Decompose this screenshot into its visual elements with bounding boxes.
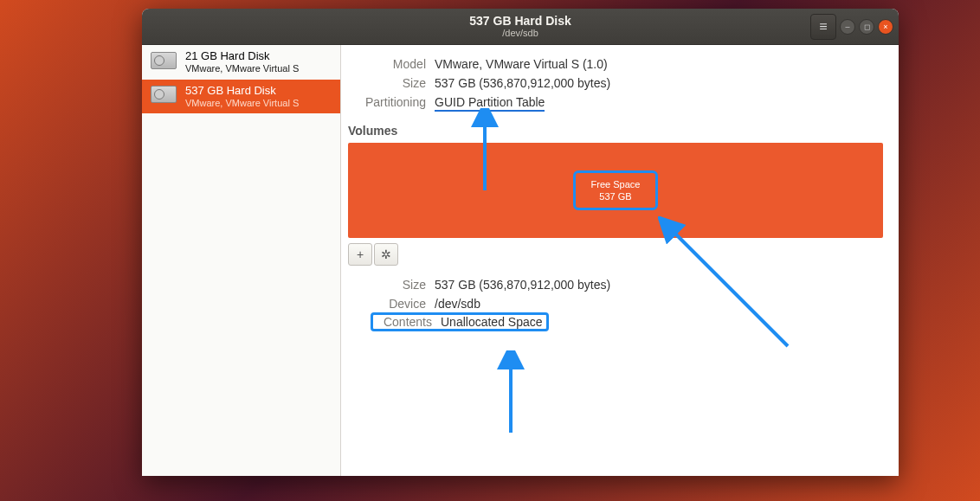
maximize-icon: ◻ (864, 22, 870, 31)
detail-contents-label: Contents (377, 315, 432, 329)
disk-text: 21 GB Hard Disk VMware, VMware Virtual S (185, 50, 299, 74)
sidebar-item-disk-0[interactable]: 21 GB Hard Disk VMware, VMware Virtual S (142, 45, 340, 80)
hamburger-menu-button[interactable]: ≡ (810, 14, 836, 40)
volume-gear-button[interactable]: ✲ (374, 243, 398, 266)
disk-title: 537 GB Hard Disk (185, 85, 299, 98)
window-title: 537 GB Hard Disk (469, 15, 571, 28)
contents-row-highlight: Contents Unallocated Space (371, 312, 549, 331)
disk-info-grid: Model VMware, VMware Virtual S (1.0) Siz… (348, 57, 883, 112)
partitioning-label: Partitioning (348, 95, 426, 112)
detail-contents-value: Unallocated Space (441, 315, 543, 329)
titlebar-text: 537 GB Hard Disk /dev/sdb (469, 15, 571, 38)
partitioning-value-link[interactable]: GUID Partition Table (435, 95, 545, 112)
detail-device-value: /dev/sdb (435, 297, 883, 311)
disk-subtitle: VMware, VMware Virtual S (185, 98, 299, 109)
detail-device-label: Device (348, 297, 426, 311)
gear-icon: ✲ (381, 247, 391, 261)
detail-size-label: Size (348, 278, 426, 292)
maximize-button[interactable]: ◻ (859, 19, 874, 35)
minimize-icon: – (845, 22, 849, 31)
disk-title: 21 GB Hard Disk (185, 50, 299, 63)
disks-window: 537 GB Hard Disk /dev/sdb ≡ – ◻ × 21 GB … (142, 9, 899, 476)
volume-toolbar: + ✲ (348, 243, 883, 266)
disk-text: 537 GB Hard Disk VMware, VMware Virtual … (185, 85, 299, 109)
minimize-button[interactable]: – (840, 19, 855, 35)
titlebar-controls: ≡ – ◻ × (810, 14, 893, 40)
close-button[interactable]: × (878, 19, 893, 35)
add-partition-button[interactable]: + (348, 243, 372, 266)
main-panel: Model VMware, VMware Virtual S (1.0) Siz… (341, 45, 899, 476)
disk-subtitle: VMware, VMware Virtual S (185, 63, 299, 74)
hdd-icon (151, 52, 178, 73)
volumes-heading: Volumes (348, 124, 883, 138)
hamburger-icon: ≡ (819, 19, 827, 35)
plus-icon: + (357, 247, 364, 261)
model-value: VMware, VMware Virtual S (1.0) (435, 57, 883, 71)
detail-size-value: 537 GB (536,870,912,000 bytes) (435, 278, 883, 292)
sidebar-item-disk-1[interactable]: 537 GB Hard Disk VMware, VMware Virtual … (142, 80, 340, 114)
size-value: 537 GB (536,870,912,000 bytes) (435, 76, 883, 90)
volume-free-space[interactable]: Free Space 537 GB (348, 143, 883, 238)
window-subtitle: /dev/sdb (469, 28, 571, 38)
model-label: Model (348, 57, 426, 71)
volume-badge: Free Space 537 GB (573, 170, 659, 211)
disk-sidebar: 21 GB Hard Disk VMware, VMware Virtual S… (142, 45, 341, 476)
volume-line1: Free Space (591, 178, 641, 190)
close-icon: × (883, 22, 887, 31)
hdd-icon (151, 86, 178, 106)
volume-line2: 537 GB (591, 190, 641, 202)
titlebar: 537 GB Hard Disk /dev/sdb ≡ – ◻ × (142, 9, 899, 45)
window-body: 21 GB Hard Disk VMware, VMware Virtual S… (142, 45, 899, 476)
volume-details: Size 537 GB (536,870,912,000 bytes) Devi… (348, 278, 883, 311)
size-label: Size (348, 76, 426, 90)
